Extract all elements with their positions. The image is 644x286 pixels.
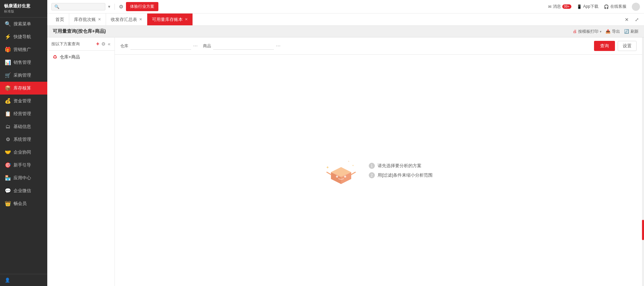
sidebar-item-label: 采购管理 xyxy=(14,72,31,78)
print-dropdown-icon[interactable]: ▾ xyxy=(600,30,601,33)
tabs-actions: ✕ ⤢ xyxy=(623,16,641,23)
sidebar-item-label: 畅会员 xyxy=(14,201,27,207)
export-btn[interactable]: 📤 导出 xyxy=(606,29,620,34)
export-label: 导出 xyxy=(612,29,620,34)
sidebar-item-appstore[interactable]: 🏪 应用中心 xyxy=(0,172,47,184)
scheme-label: 仓库+商品 xyxy=(60,54,80,60)
sidebar-item-label: 资金管理 xyxy=(14,98,31,104)
sidebar-item-wechat[interactable]: 💬 企业微信 xyxy=(0,184,47,197)
sidebar-item-system[interactable]: ⚙ 系统管理 xyxy=(0,133,47,146)
sidebar-item-marketing[interactable]: 🎁 营销推广 xyxy=(0,43,47,56)
sidebar-item-search[interactable]: 🔍 搜索菜单 xyxy=(0,18,47,30)
product-input[interactable] xyxy=(213,43,274,50)
topbar-search-input[interactable] xyxy=(61,4,98,9)
app-download-btn[interactable]: 📱 App下载 xyxy=(577,4,598,9)
page-header: 可用量查询(按仓库+商品) 🖨 按模板打印 ▾ 📤 导出 🔄 刷新 xyxy=(47,26,644,37)
online-service-label: 在线客服 xyxy=(610,4,626,9)
tip-text-1: 请先选择要分析的方案 xyxy=(378,163,421,169)
svg-line-6 xyxy=(327,172,331,175)
online-service-btn[interactable]: 🎧 在线客服 xyxy=(604,4,626,9)
close-tab-btn[interactable]: ✕ xyxy=(623,16,630,23)
sidebar-item-shortcut[interactable]: ⚡ 快捷导航 xyxy=(0,30,47,43)
sidebar-item-operation[interactable]: 📋 经营管理 xyxy=(0,107,47,120)
store-icon: 🏪 xyxy=(5,175,11,181)
tab-batch-close[interactable]: ✕ xyxy=(98,17,101,22)
app-version: 标准版 xyxy=(4,9,43,14)
export-icon: 📤 xyxy=(606,29,611,34)
tab-summary[interactable]: 收发存汇总表 ✕ xyxy=(106,14,147,25)
lightning-icon: ⚡ xyxy=(5,34,11,40)
product-filter: 商品 ··· xyxy=(203,43,280,50)
sidebar-item-inventory[interactable]: 📦 库存核算 xyxy=(0,82,47,95)
empty-illustration: ✦ ✦ ✦ xyxy=(324,154,358,187)
svg-point-5 xyxy=(344,176,346,178)
scheme-warehouse-product[interactable]: ♻ 仓库+商品 xyxy=(47,51,114,63)
topbar-settings-icon[interactable]: ⚙ xyxy=(119,4,123,10)
filter-settings-button[interactable]: 设置 xyxy=(618,41,637,51)
refresh-label: 刷新 xyxy=(630,29,639,34)
user-avatar[interactable] xyxy=(632,3,640,11)
empty-tip-2: 2 用[过滤]条件来缩小分析范围 xyxy=(369,172,433,178)
filter-row: 仓库 ··· 商品 ··· 查询 设置 xyxy=(115,37,642,55)
left-panel-actions: + ⚙ « xyxy=(96,41,110,47)
tip-text-2: 用[过滤]条件来缩小分析范围 xyxy=(378,172,433,178)
sidebar-item-cooperation[interactable]: 🤝 企业协同 xyxy=(0,146,47,159)
empty-tip-1: 1 请先选择要分析的方案 xyxy=(369,163,433,169)
app-download-label: App下载 xyxy=(583,4,598,9)
warehouse-input[interactable] xyxy=(130,43,191,50)
tab-home[interactable]: 首页 xyxy=(51,14,69,25)
svg-point-4 xyxy=(336,176,338,178)
sidebar-item-purchase[interactable]: 🛒 采购管理 xyxy=(0,69,47,82)
topbar-search[interactable]: 🔍 xyxy=(51,3,105,10)
topbar-dropdown-icon[interactable]: ▾ xyxy=(108,4,110,9)
cart-icon: 🛒 xyxy=(5,72,11,78)
trial-button[interactable]: 体验行业方案 xyxy=(126,2,158,11)
sidebar-item-label: 销售管理 xyxy=(14,59,31,66)
chart-icon: 📊 xyxy=(5,59,11,66)
warehouse-filter: 仓库 ··· xyxy=(120,43,198,50)
query-button[interactable]: 查询 xyxy=(594,41,615,51)
sidebar-item-member[interactable]: 👑 畅会员 xyxy=(0,197,47,210)
expand-tab-btn[interactable]: ⤢ xyxy=(633,16,641,23)
sidebar-item-label: 新手引导 xyxy=(14,162,31,168)
clipboard-icon: 📋 xyxy=(5,111,11,117)
page-title: 可用量查询(按仓库+商品) xyxy=(53,28,106,34)
add-scheme-btn[interactable]: + xyxy=(96,41,99,47)
scrollbar-thumb[interactable] xyxy=(642,220,644,240)
sidebar-item-finance[interactable]: 💰 资金管理 xyxy=(0,95,47,107)
collapse-panel-btn[interactable]: « xyxy=(108,41,110,47)
tab-available[interactable]: 可用量库存账本 ✕ xyxy=(147,14,193,25)
recycle-icon: ♻ xyxy=(53,54,57,60)
sidebar-item-label: 系统管理 xyxy=(14,136,31,142)
tab-summary-label: 收发存汇总表 xyxy=(111,17,137,23)
message-icon: ✉ xyxy=(548,4,551,9)
tab-batch[interactable]: 库存批次账 ✕ xyxy=(69,14,106,25)
sidebar-user[interactable]: 👤 xyxy=(0,274,47,286)
headset-icon: 🎧 xyxy=(604,4,609,9)
sidebar-item-basic[interactable]: 🗂 基础信息 xyxy=(0,120,47,133)
print-label: 按模板打印 xyxy=(578,29,598,34)
tip-num-1: 1 xyxy=(369,163,375,169)
product-more-btn[interactable]: ··· xyxy=(276,43,280,49)
filter-actions: 查询 设置 xyxy=(594,41,637,51)
sidebar-item-newbie[interactable]: 🎯 新手引导 xyxy=(0,159,47,172)
sidebar-item-label: 经营管理 xyxy=(14,111,31,117)
print-btn[interactable]: 🖨 按模板打印 ▾ xyxy=(573,29,601,34)
message-btn[interactable]: ✉ 消息 99+ xyxy=(548,4,571,9)
settings-scheme-btn[interactable]: ⚙ xyxy=(101,41,106,47)
message-badge: 99+ xyxy=(562,4,571,9)
tab-summary-close[interactable]: ✕ xyxy=(139,17,142,22)
tab-available-close[interactable]: ✕ xyxy=(185,17,188,22)
tabs-bar: 首页 库存批次账 ✕ 收发存汇总表 ✕ 可用量库存账本 ✕ ✕ ⤢ xyxy=(47,14,644,26)
warehouse-more-btn[interactable]: ··· xyxy=(193,43,198,49)
gift-icon: 🎁 xyxy=(5,47,11,53)
product-label: 商品 xyxy=(203,43,211,49)
left-panel-header: 按以下方案查询 + ⚙ « xyxy=(47,37,114,51)
user-icon: 👤 xyxy=(5,278,10,283)
print-icon: 🖨 xyxy=(573,29,577,34)
refresh-btn[interactable]: 🔄 刷新 xyxy=(624,29,639,34)
refresh-icon: 🔄 xyxy=(624,29,629,34)
sidebar-item-sales[interactable]: 📊 销售管理 xyxy=(0,56,47,69)
sidebar-logo: 畅康通好生意 标准版 xyxy=(0,0,47,18)
topbar-right: ✉ 消息 99+ 📱 App下载 🎧 在线客服 xyxy=(548,3,640,11)
